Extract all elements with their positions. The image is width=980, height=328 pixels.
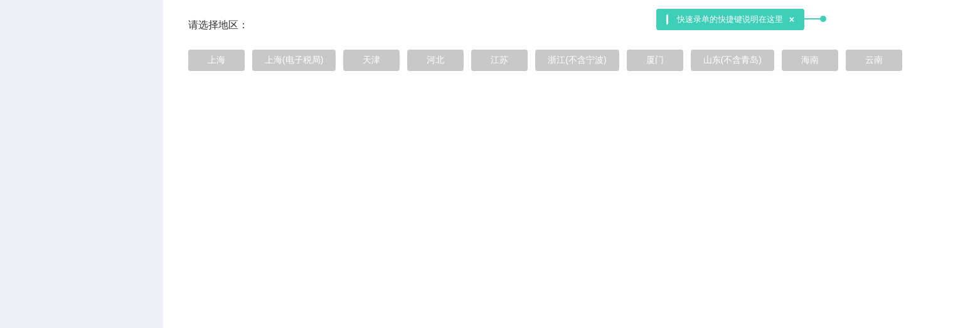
region-button-yunnan[interactable]: 云南 <box>846 50 902 71</box>
tooltip-text: 快速录单的快捷键说明在这里 <box>677 14 783 25</box>
region-button-tianjin[interactable]: 天津 <box>343 50 400 71</box>
page-title: 请选择地区： <box>188 19 955 32</box>
main-content: 请选择地区： 上海上海(电子税局)天津河北江苏浙江(不含宁波)厦门山东(不含青岛… <box>163 0 980 328</box>
region-button-jiangsu[interactable]: 江苏 <box>471 50 528 71</box>
tooltip-banner: 快速录单的快捷键说明在这里 × <box>656 9 804 30</box>
region-button-xiamen[interactable]: 厦门 <box>627 50 683 71</box>
tooltip-connector-dot <box>820 16 826 22</box>
region-button-hebei[interactable]: 河北 <box>407 50 464 71</box>
region-button-zhejiang[interactable]: 浙江(不含宁波) <box>535 50 619 71</box>
region-button-shanghai-etax[interactable]: 上海(电子税局) <box>252 50 336 71</box>
region-button-hainan[interactable]: 海南 <box>782 50 838 71</box>
sidebar <box>0 0 163 328</box>
region-button-shanghai[interactable]: 上海 <box>188 50 245 71</box>
region-button-shandong[interactable]: 山东(不含青岛) <box>691 50 774 71</box>
tooltip-close-button[interactable]: × <box>789 15 794 24</box>
region-buttons-container: 上海上海(电子税局)天津河北江苏浙江(不含宁波)厦门山东(不含青岛)海南云南 <box>188 50 955 71</box>
